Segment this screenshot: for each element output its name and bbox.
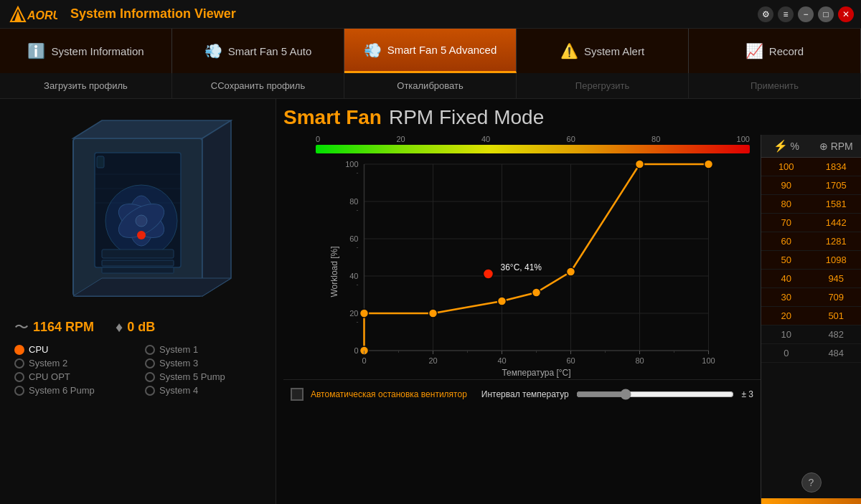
bottom-bar: Автоматическая остановка вентилятор Инте… <box>283 379 761 408</box>
stats-row: 〜 1164 RPM ♦ 0 dB <box>7 314 268 341</box>
curve-point-7[interactable] <box>705 160 713 168</box>
tab-system-alert-label: System Alert <box>584 45 644 57</box>
rpm-row-6[interactable]: 40 945 <box>761 270 861 288</box>
svg-rect-14 <box>102 249 174 258</box>
titlebar: AORUS System Information Viewer ⚙ ≡ − □ … <box>0 0 861 29</box>
interval-value: ± 3 <box>741 389 753 399</box>
list-button[interactable]: ≡ <box>778 6 794 22</box>
tab-smart-fan-advanced[interactable]: 💨 Smart Fan 5 Advanced <box>344 29 517 73</box>
help-button[interactable]: ? <box>801 472 822 493</box>
bottom-orange-slider[interactable] <box>761 498 861 504</box>
current-operating-point <box>484 269 494 279</box>
auto-stop-checkbox[interactable] <box>291 388 304 401</box>
fan-item-cpu-opt[interactable]: CPU OPT <box>14 371 131 382</box>
fan-item-system5[interactable]: System 5 Pump <box>145 371 261 382</box>
fan-dot-system5 <box>145 372 155 382</box>
rpm-cell-value-8: 501 <box>811 310 862 321</box>
fan-dot-system3 <box>145 358 155 369</box>
temp-label-60: 60 <box>567 135 575 143</box>
mode-title: Smart Fan RPM Fixed Mode <box>283 106 861 129</box>
rpm-row-10[interactable]: 0 484 <box>761 344 861 363</box>
apply-btn[interactable]: Применить <box>689 73 861 98</box>
interval-slider[interactable] <box>576 389 735 400</box>
tab-smart-fan-auto[interactable]: 💨 Smart Fan 5 Auto <box>172 29 344 73</box>
curve-point-1[interactable] <box>360 309 369 318</box>
temp-label-100: 100 <box>737 135 750 143</box>
fan-dot-system1 <box>145 345 155 355</box>
fan-label-system5: System 5 Pump <box>159 371 225 382</box>
load-profile-btn[interactable]: Загрузить профиль <box>0 73 172 98</box>
temp-bar-labels: 0 20 40 60 80 100 <box>316 135 750 143</box>
auto-stop-label: Автоматическая остановка вентилятор <box>311 389 467 399</box>
rpm-row-9[interactable]: 10 482 <box>761 325 861 344</box>
rpm-row-2[interactable]: 80 1581 <box>761 195 861 214</box>
svg-point-13 <box>137 231 146 239</box>
fan-dot-system6 <box>14 386 24 396</box>
temp-color-bar-container: 0 20 40 60 80 100 <box>316 135 750 153</box>
settings-button[interactable]: ⚙ <box>758 6 773 22</box>
svg-point-12 <box>136 215 147 227</box>
chart-area: 0 20 40 60 80 100 <box>283 135 761 504</box>
rpm-row-1[interactable]: 90 1705 <box>761 176 861 195</box>
app-title: System Information Viewer <box>70 6 236 22</box>
curve-point-5[interactable] <box>567 267 575 276</box>
pc-case-visualization <box>37 110 238 310</box>
rpm-header-rpm-label: RPM <box>831 141 853 152</box>
fan-label-system1: System 1 <box>159 344 198 355</box>
minimize-button[interactable]: − <box>798 6 814 22</box>
fan-item-cpu[interactable]: CPU <box>14 344 131 355</box>
rpm-row-0[interactable]: 100 1834 <box>761 158 861 176</box>
rpm-cell-value-1: 1705 <box>811 180 862 191</box>
maximize-button[interactable]: □ <box>818 6 834 22</box>
fan-item-system1[interactable]: System 1 <box>145 344 261 355</box>
fan-label-system4: System 4 <box>159 385 198 396</box>
rpm-cell-value-4: 1281 <box>811 236 862 247</box>
rpm-cell-value-9: 482 <box>811 329 862 340</box>
curve-point-3[interactable] <box>498 297 507 305</box>
rpm-cell-percent-8: 20 <box>761 310 811 321</box>
fan-item-system4[interactable]: System 4 <box>145 385 261 396</box>
rpm-row-7[interactable]: 30 709 <box>761 288 861 307</box>
fan-dot-system4 <box>145 386 155 396</box>
rpm-row-3[interactable]: 70 1442 <box>761 214 861 232</box>
calibrate-btn[interactable]: Откалибровать <box>344 73 517 98</box>
rpm-cell-percent-0: 100 <box>761 161 811 172</box>
tab-system-alert[interactable]: ⚠️ System Alert <box>517 29 689 73</box>
rpm-header-percent-label: % <box>790 141 799 152</box>
rpm-cell-value-5: 1098 <box>811 255 862 265</box>
fan-list: CPU System 1 System 2 System 3 CPU OPT S… <box>7 344 268 396</box>
svg-text:20: 20 <box>428 356 437 365</box>
curve-point-2[interactable] <box>429 309 438 318</box>
rpm-cell-value-10: 484 <box>811 348 862 358</box>
rpm-row-5[interactable]: 50 1098 <box>761 251 861 270</box>
rpm-table: ⚡ % ⊕ RPM 100 1834 90 1705 80 1581 70 14… <box>761 135 861 504</box>
fan-item-system6[interactable]: System 6 Pump <box>14 385 131 396</box>
curve-point-6[interactable] <box>636 160 644 168</box>
tab-record[interactable]: 📈 Record <box>689 29 861 73</box>
svg-text:-: - <box>357 318 359 325</box>
rpm-row-4[interactable]: 60 1281 <box>761 232 861 251</box>
temp-label-0: 0 <box>316 135 320 143</box>
tab-system-info[interactable]: ℹ️ System Information <box>0 29 172 73</box>
fan-label-cpu-opt: CPU OPT <box>29 371 70 382</box>
svg-text:60: 60 <box>349 234 358 243</box>
fan-item-system3[interactable]: System 3 <box>145 358 261 369</box>
svg-text:100: 100 <box>702 356 715 365</box>
fan-curve-line <box>364 164 709 351</box>
system-info-icon: ℹ️ <box>27 42 45 60</box>
close-button[interactable]: ✕ <box>838 6 854 22</box>
tab-smart-fan-auto-label: Smart Fan 5 Auto <box>228 45 312 57</box>
fan-item-system2[interactable]: System 2 <box>14 358 131 369</box>
svg-text:40: 40 <box>497 356 506 365</box>
reset-btn[interactable]: Перегрузить <box>517 73 689 98</box>
current-point-label: 36°C, 41% <box>501 262 542 272</box>
svg-text:-: - <box>357 206 359 214</box>
curve-point-4[interactable] <box>532 288 541 297</box>
tab-system-info-label: System Information <box>51 45 144 57</box>
rpm-cell-percent-4: 60 <box>761 236 811 247</box>
save-profile-btn[interactable]: ССохранить профиль <box>172 73 344 98</box>
svg-text:100: 100 <box>345 160 358 168</box>
fan-label-cpu: CPU <box>29 344 48 355</box>
rpm-row-8[interactable]: 20 501 <box>761 307 861 325</box>
rpm-cell-percent-9: 10 <box>761 329 811 340</box>
